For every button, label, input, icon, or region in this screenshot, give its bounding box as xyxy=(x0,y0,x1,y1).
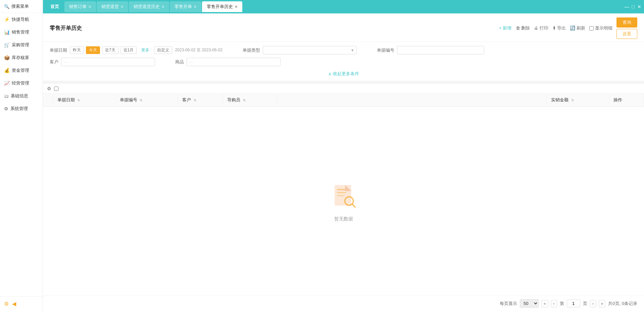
window-maximize[interactable]: □ xyxy=(632,4,635,9)
th-checkbox xyxy=(43,94,53,107)
tab-sales-return-history[interactable]: 销货退货历史 ✕ xyxy=(129,1,169,12)
footer-gear-button[interactable]: ⚙ xyxy=(4,301,9,307)
filter-order-type-item: 单据类型 ▾ xyxy=(243,46,357,54)
setting-button[interactable]: 设置 xyxy=(616,29,637,39)
last-page-button[interactable]: » xyxy=(599,300,606,307)
first-page-button[interactable]: « xyxy=(541,300,548,307)
th-customer-label: 客户 xyxy=(182,97,191,102)
order-type-select[interactable]: ▾ xyxy=(263,46,357,54)
sort-icon-date: ⇅ xyxy=(77,98,80,102)
tab-home[interactable]: 首页 xyxy=(46,1,64,12)
sidebar-item-operations[interactable]: 📈 经营管理 xyxy=(0,77,43,90)
sidebar-item-finance[interactable]: 💰 资金管理 xyxy=(0,64,43,77)
svg-rect-2 xyxy=(337,192,346,193)
display-detail-checkbox[interactable] xyxy=(589,26,594,31)
customer-select[interactable]: ··· xyxy=(61,58,155,66)
sidebar-item-label: 销售管理 xyxy=(12,29,29,35)
page-label: 页 xyxy=(583,301,587,307)
th-guide-label: 导购员 xyxy=(227,97,240,102)
prev-page-button[interactable]: ‹ xyxy=(551,300,557,307)
sidebar-item-purchase-mgmt[interactable]: 🛒 采购管理 xyxy=(0,39,43,51)
pagination-total: 共0页, 0条记录 xyxy=(608,301,637,307)
export-button[interactable]: ⬆ 导出 xyxy=(552,25,566,31)
window-controls: — □ ✕ xyxy=(625,4,641,9)
tab-sales-return-history-close[interactable]: ✕ xyxy=(161,5,164,9)
sidebar-collapse-button[interactable]: ◀ xyxy=(12,301,16,307)
date-btn-yesterday[interactable]: 昨天 xyxy=(70,46,84,54)
th-action: 操作 xyxy=(609,94,644,107)
order-no-input[interactable] xyxy=(397,46,484,54)
tab-sales-order[interactable]: 销售订单 ✕ xyxy=(64,1,96,12)
per-page-select[interactable]: 50 100 200 xyxy=(520,299,539,308)
select-all-checkbox[interactable] xyxy=(54,87,58,91)
tab-retail-open-history-close[interactable]: ✕ xyxy=(235,5,238,9)
date-btn-more[interactable]: 更多 xyxy=(139,47,152,54)
date-btn-today[interactable]: 今天 xyxy=(86,46,100,54)
svg-rect-3 xyxy=(337,195,344,196)
sidebar-item-basic-info[interactable]: 🗂 基础信息 xyxy=(0,90,43,102)
filter-area: 单据日期 昨天 今天 近7天 近1月 更多 自定义 2023-06-02 至 2… xyxy=(43,42,644,81)
page-word: 第 xyxy=(560,301,564,307)
add-button[interactable]: + 新增 xyxy=(499,25,511,31)
sales-icon: 📊 xyxy=(4,30,10,35)
filter-row-1: 单据日期 昨天 今天 近7天 近1月 更多 自定义 2023-06-02 至 2… xyxy=(50,46,637,54)
sidebar-search-label: 搜索菜单 xyxy=(11,3,29,9)
sort-icon-customer: ⇅ xyxy=(194,98,196,102)
tab-retail-open-history-label: 零售开单历史 xyxy=(207,4,233,10)
sort-icon-guide: ⇅ xyxy=(243,98,246,102)
main-area: 首页 销售订单 ✕ 销货退货 ✕ 销货退货历史 ✕ 零售开单 ✕ 零售开单历史 … xyxy=(43,0,644,311)
tab-sales-return-close[interactable]: ✕ xyxy=(120,5,123,9)
th-spacer xyxy=(277,94,547,107)
sidebar-item-label: 资金管理 xyxy=(12,67,29,73)
date-btn-custom[interactable]: 自定义 xyxy=(154,46,172,54)
per-page-label: 每页显示 xyxy=(500,301,517,307)
th-amount-label: 实销金额 xyxy=(551,97,568,102)
tab-sales-order-close[interactable]: ✕ xyxy=(88,5,91,9)
order-no-label: 单据编号 xyxy=(377,47,394,53)
tab-sales-return[interactable]: 销货退货 ✕ xyxy=(97,1,128,12)
print-button[interactable]: 🖨 打印 xyxy=(534,25,548,31)
customer-placeholder: ··· xyxy=(64,59,68,64)
display-detail-checkbox-label[interactable]: 显示明细 xyxy=(589,25,612,31)
inventory-icon: 📦 xyxy=(4,55,10,60)
table-area: ⚙ 单据日期 ⇅ 单据编号 ⇅ xyxy=(43,84,644,296)
sidebar-item-label: 基础信息 xyxy=(11,93,28,99)
tab-retail-open-label: 零售开单 xyxy=(175,4,192,10)
sidebar-item-system-mgmt[interactable]: ⚙ 系统管理 xyxy=(0,102,43,115)
chevron-up-icon: ∧ xyxy=(328,71,332,76)
collapse-bar[interactable]: ∧ 收起更多条件 xyxy=(50,69,637,77)
refresh-button[interactable]: 🔄 刷新 xyxy=(570,25,585,31)
th-amount[interactable]: 实销金额 ⇅ xyxy=(547,94,609,107)
tab-retail-open-history[interactable]: 零售开单历史 ✕ xyxy=(202,1,242,12)
sidebar-search[interactable]: 🔍 搜索菜单 xyxy=(0,0,43,13)
product-select[interactable]: ··· xyxy=(187,58,281,66)
sidebar-item-label: 经营管理 xyxy=(12,80,29,86)
tab-retail-open-close[interactable]: ✕ xyxy=(194,5,197,9)
table-settings-icon[interactable]: ⚙ xyxy=(47,86,51,91)
tab-retail-open[interactable]: 零售开单 ✕ xyxy=(170,1,201,12)
window-minimize[interactable]: — xyxy=(625,4,629,9)
window-close[interactable]: ✕ xyxy=(637,4,641,9)
content-area: 零售开单历史 + 新增 🗑 删除 🖨 打印 ⬆ 导出 🔄 刷新 显示明细 查询 … xyxy=(43,13,644,311)
next-page-button[interactable]: › xyxy=(590,300,596,307)
th-customer[interactable]: 客户 ⇅ xyxy=(178,94,223,107)
sidebar-item-label: 采购管理 xyxy=(12,42,29,48)
date-btn-1month[interactable]: 近1月 xyxy=(120,46,137,54)
th-date[interactable]: 单据日期 ⇅ xyxy=(53,94,115,107)
tab-sales-return-history-label: 销货退货历史 xyxy=(134,4,160,10)
filter-order-no-item: 单据编号 xyxy=(377,46,484,54)
date-btn-7days[interactable]: 近7天 xyxy=(102,46,118,54)
current-page-input[interactable] xyxy=(567,300,580,307)
sidebar-item-sales-mgmt[interactable]: 📊 销售管理 xyxy=(0,26,43,39)
query-button[interactable]: 查询 xyxy=(616,17,637,28)
tab-sales-return-label: 销货退货 xyxy=(101,4,119,10)
th-guide[interactable]: 导购员 ⇅ xyxy=(223,94,277,107)
th-no[interactable]: 单据编号 ⇅ xyxy=(115,94,178,107)
customer-label: 客户 xyxy=(50,59,58,65)
data-table: 单据日期 ⇅ 单据编号 ⇅ 客户 ⇅ 导购员 ⇅ xyxy=(43,94,644,107)
sidebar-item-quick-nav[interactable]: ⚡ 快捷导航 xyxy=(0,13,43,26)
sidebar-item-label: 系统管理 xyxy=(10,106,28,112)
delete-button[interactable]: 🗑 删除 xyxy=(516,25,530,31)
chevron-down-icon: ▾ xyxy=(351,48,354,53)
sidebar-item-inventory[interactable]: 📦 库存核算 xyxy=(0,51,43,64)
